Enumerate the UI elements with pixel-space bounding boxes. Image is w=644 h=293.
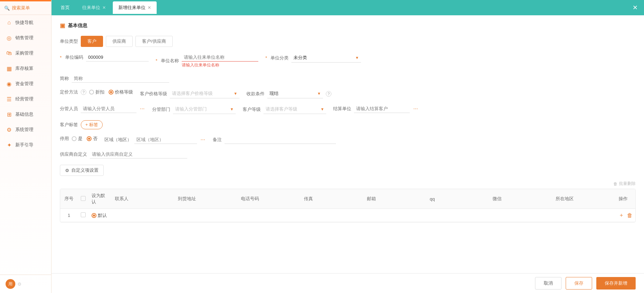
unit-name-input[interactable] <box>182 53 258 62</box>
sidebar-item-basic-info[interactable]: ⊞ 基础信息 <box>0 107 51 122</box>
sidebar-item-operations[interactable]: ☰ 经营管理 <box>0 91 51 107</box>
customer-level-arrow-icon: ▼ <box>320 107 324 111</box>
customer-tag-row: 客户标签 + 标签 <box>60 120 636 129</box>
row-qq[interactable] <box>427 209 490 222</box>
unit-type-buttons: 客户 供应商 客户/供应商 <box>81 36 173 47</box>
region-dots[interactable]: ··· <box>200 137 206 143</box>
tab-partners[interactable]: 往来单位 ✕ <box>77 1 111 14</box>
system-icon: ⚙ <box>6 126 13 133</box>
sidebar-item-quick-nav[interactable]: ⌂ 快捷导航 <box>0 15 51 30</box>
row-default-radio[interactable]: 默认 <box>92 212 109 219</box>
supplier-custom-input[interactable] <box>90 150 187 158</box>
unit-type-customer[interactable]: 客户 <box>81 36 103 47</box>
customer-price-level-field: 客户价格等级 请选择客户价格等级 ▼ <box>140 89 239 98</box>
row-delete-icon[interactable]: 🗑 <box>627 212 633 219</box>
tab-new-partner-close[interactable]: ✕ <box>148 6 151 10</box>
pricing-help-icon[interactable]: ? <box>81 89 86 95</box>
manager-dots[interactable]: ··· <box>139 106 145 112</box>
unit-category-value: 未分类 <box>293 55 354 61</box>
disabled-yes[interactable]: 是 <box>72 136 83 142</box>
delete-icon: 🗑 <box>613 181 618 186</box>
unit-code-input[interactable] <box>86 53 149 62</box>
manager-input[interactable] <box>81 105 136 113</box>
tabbar-close-button[interactable]: ✕ <box>630 2 641 13</box>
supplier-custom-field: 供应商自定义 <box>60 150 187 158</box>
region-input[interactable] <box>134 136 197 144</box>
row-contact[interactable] <box>112 209 175 222</box>
save-new-button[interactable]: 保存并新增 <box>596 277 636 290</box>
cancel-button[interactable]: 取消 <box>535 277 561 290</box>
disabled-no[interactable]: 否 <box>87 136 97 142</box>
add-tag-button[interactable]: + 标签 <box>81 120 103 129</box>
row-wechat[interactable] <box>490 209 553 222</box>
custom-settings-button[interactable]: ⚙ 自定义项设置 <box>60 165 104 176</box>
row-region[interactable] <box>553 209 616 222</box>
sidebar-item-system[interactable]: ⚙ 系统管理 <box>0 122 51 137</box>
unit-type-supplier[interactable]: 供应商 <box>106 36 133 47</box>
user-avatar[interactable]: 用 <box>6 279 15 289</box>
disabled-no-radio[interactable] <box>87 136 92 141</box>
tab-new-partner[interactable]: 新增往来单位 ✕ <box>113 1 157 14</box>
customer-price-level-select[interactable]: 请选择客户价格等级 ▼ <box>170 89 239 98</box>
settlement-unit-input[interactable] <box>354 105 410 113</box>
unit-category-select[interactable]: 未分类 ▼ <box>291 53 361 63</box>
unit-type-both[interactable]: 客户/供应商 <box>135 36 173 47</box>
pricing-method-label: 定价方法 <box>60 89 78 95</box>
contact-input[interactable] <box>115 213 172 218</box>
sidebar-item-sales[interactable]: ◎ 销售管理 <box>0 30 51 46</box>
row-default-cell: 默认 <box>89 209 112 222</box>
disabled-yes-label: 是 <box>78 136 83 142</box>
code-name-category-row: * 单位编码 * 单位名称 请输入往来单位名称 * 单位分类 未分类 <box>60 53 636 68</box>
col-address: 到货地址 <box>175 189 238 209</box>
price-level-radio[interactable] <box>109 90 113 95</box>
pricing-price-level[interactable]: 价格等级 <box>109 89 133 95</box>
sidebar-item-purchase[interactable]: 🛍 采购管理 <box>0 46 51 61</box>
tab-partners-close[interactable]: ✕ <box>102 6 106 10</box>
col-seq: 序号 <box>60 189 78 209</box>
batch-delete-button[interactable]: 🗑 批量删除 <box>60 181 636 187</box>
phone-input[interactable] <box>241 213 298 218</box>
settlement-dots[interactable]: ··· <box>413 106 418 112</box>
department-select[interactable]: 请输入分管部门 ▼ <box>173 105 236 114</box>
row-email[interactable] <box>364 209 427 222</box>
row-fax[interactable] <box>301 209 364 222</box>
payment-help-icon[interactable]: ? <box>326 91 331 97</box>
customer-level-placeholder: 请选择客户等级 <box>266 106 319 112</box>
tab-new-partner-label: 新增往来单位 <box>118 5 146 11</box>
disabled-radio-group: 是 否 <box>72 136 97 142</box>
row-phone[interactable] <box>238 209 301 222</box>
sidebar-item-inventory[interactable]: ▦ 库存核算 <box>0 61 51 76</box>
tabbar: 首页 往来单位 ✕ 新增往来单位 ✕ ✕ <box>52 0 644 15</box>
save-button[interactable]: 保存 <box>566 277 592 290</box>
row-checkbox[interactable] <box>81 212 86 217</box>
short-name-label: 简称 <box>60 75 69 82</box>
row-address[interactable] <box>175 209 238 222</box>
custom-settings-label: 自定义项设置 <box>71 167 99 173</box>
tab-home-label: 首页 <box>61 5 70 11</box>
wechat-input[interactable] <box>493 213 550 218</box>
disabled-yes-radio[interactable] <box>72 136 77 141</box>
row-add-icon[interactable]: ＋ <box>619 212 624 219</box>
disabled-region-row: 停用 是 否 区域（地区） ··· 备注 <box>60 136 636 144</box>
short-name-row: 简称 <box>60 74 636 83</box>
email-input[interactable] <box>367 213 424 218</box>
select-all-checkbox[interactable] <box>81 196 86 201</box>
short-name-field: 简称 <box>60 74 169 83</box>
tab-home[interactable]: 首页 <box>55 1 75 14</box>
row-region-input[interactable] <box>556 213 613 218</box>
discount-radio[interactable] <box>89 90 94 95</box>
qq-input[interactable] <box>430 213 487 218</box>
sidebar-search[interactable]: 🔍 搜索菜单 <box>0 1 51 15</box>
sidebar-item-guide[interactable]: ✦ 新手引导 <box>0 137 51 153</box>
sidebar-item-finance[interactable]: ◉ 资金管理 <box>0 76 51 91</box>
short-name-input[interactable] <box>72 74 169 83</box>
fax-input[interactable] <box>304 213 361 218</box>
remarks-input[interactable] <box>225 136 336 144</box>
customer-level-select[interactable]: 请选择客户等级 ▼ <box>264 105 326 114</box>
sidebar-search-label: 搜索菜单 <box>12 5 30 11</box>
remarks-label: 备注 <box>213 137 222 143</box>
address-input[interactable] <box>178 213 235 218</box>
payment-terms-select[interactable]: 现结 ▼ <box>267 89 323 98</box>
col-email: 邮箱 <box>364 189 427 209</box>
pricing-discount[interactable]: 折扣 <box>89 89 104 95</box>
